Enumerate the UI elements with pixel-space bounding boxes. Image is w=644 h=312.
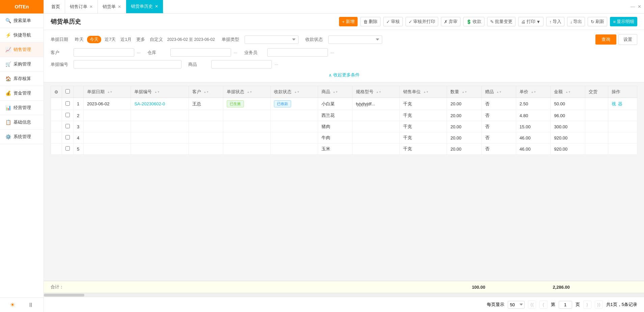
select-all-checkbox[interactable] bbox=[65, 89, 70, 94]
print-button[interactable]: 🖨 打印 ▼ bbox=[518, 17, 544, 26]
add-button[interactable]: + 新增 bbox=[339, 17, 358, 26]
doc-no-link-0[interactable]: SA-20230602-0 bbox=[134, 101, 165, 106]
warehouse-label: 仓库 bbox=[147, 50, 168, 56]
tab-home[interactable]: 首页 bbox=[47, 0, 65, 13]
warehouse-ref-icon[interactable]: ··· bbox=[234, 50, 237, 55]
audit-button[interactable]: ✓ 审核 bbox=[383, 17, 403, 26]
import-button[interactable]: ↑ 导入 bbox=[546, 17, 564, 26]
query-button[interactable]: 查询 bbox=[595, 34, 616, 45]
th-gift[interactable]: 赠品 ▲▼ bbox=[481, 86, 516, 98]
abandon-button[interactable]: ✗ 弃审 bbox=[441, 17, 460, 26]
shortcut-more[interactable]: 更多 bbox=[135, 36, 146, 43]
goods-ref-icon[interactable]: ··· bbox=[275, 62, 278, 67]
date-label: 单据日期 bbox=[51, 36, 71, 43]
purchase-icon: 🛒 bbox=[5, 61, 11, 67]
page-size-select[interactable]: 50 100 200 bbox=[508, 301, 525, 309]
batch-change-button[interactable]: ✎ 批量变更 bbox=[487, 17, 515, 26]
sidebar-item-sales-mgmt[interactable]: 📈 销售管理 bbox=[0, 43, 44, 57]
shortcut-week[interactable]: 近7天 bbox=[103, 36, 117, 43]
sort-icon-spec: ▲▼ bbox=[376, 90, 382, 94]
sidebar-item-ops-mgmt[interactable]: 📊 经营管理 bbox=[0, 101, 44, 115]
th-doc-no[interactable]: 单据编号 ▲▼ bbox=[131, 86, 189, 98]
row-checkbox-2[interactable] bbox=[65, 124, 70, 128]
horizontal-scroll[interactable] bbox=[44, 293, 644, 297]
page-prev-button[interactable]: ⟨ bbox=[539, 301, 548, 309]
shortcut-yesterday[interactable]: 昨天 bbox=[74, 36, 85, 43]
tab-sales-goods[interactable]: 销货单 ✕ bbox=[98, 0, 126, 13]
th-collect-status[interactable]: 收款状态 ▲▼ bbox=[271, 86, 318, 98]
row-checkbox-0[interactable] bbox=[65, 101, 70, 106]
row-checkbox-4[interactable] bbox=[65, 146, 70, 151]
th-spec[interactable]: 规格型号 ▲▼ bbox=[352, 86, 399, 98]
th-unit[interactable]: 销售单位 ▲▼ bbox=[400, 86, 447, 98]
sidebar-item-inventory-calc[interactable]: 🏠 库存核算 bbox=[0, 72, 44, 86]
th-settings[interactable]: ⚙ bbox=[51, 86, 62, 98]
collect-button[interactable]: 💲 收款 bbox=[463, 17, 484, 26]
chevron-up-icon: ∧ bbox=[329, 73, 332, 78]
action-view-0[interactable]: 视 bbox=[612, 101, 616, 106]
th-doc-date[interactable]: 单据日期 ▲▼ bbox=[84, 86, 131, 98]
th-goods[interactable]: 商品 ▲▼ bbox=[318, 86, 352, 98]
tab-sales-order[interactable]: 销售订单 ✕ bbox=[65, 0, 98, 13]
abandon-label: 弃审 bbox=[449, 19, 457, 25]
warehouse-input[interactable] bbox=[170, 48, 231, 57]
table-row: 2西兰花千克20.00否4.8096.00 bbox=[51, 110, 637, 121]
sidebar-item-finance-mgmt[interactable]: 💰 资金管理 bbox=[0, 86, 44, 101]
th-customer[interactable]: 客户 ▲▼ bbox=[189, 86, 223, 98]
show-detail-label: 显示明细 bbox=[617, 19, 634, 25]
sidebar-item-sys-mgmt[interactable]: ⚙️ 系统管理 bbox=[0, 130, 44, 144]
delete-button[interactable]: 🗑 删除 bbox=[360, 17, 381, 26]
row-checkbox-3[interactable] bbox=[65, 135, 70, 139]
delete-icon: 🗑 bbox=[363, 19, 368, 24]
tab-sales-goods-history[interactable]: 销货单历史 ✕ bbox=[126, 0, 163, 13]
refresh-button[interactable]: ↻ 刷新 bbox=[588, 17, 607, 26]
page-last-button[interactable]: ⟩⟩ bbox=[595, 301, 603, 309]
business-ref-icon[interactable]: ··· bbox=[331, 50, 334, 55]
page-input[interactable]: 1 bbox=[559, 301, 572, 309]
sidebar-collapse-icon[interactable]: ⏸ bbox=[28, 302, 34, 309]
audit-print-button[interactable]: ✓ 审核并打印 bbox=[405, 17, 438, 26]
tab-sales-order-close[interactable]: ✕ bbox=[89, 4, 93, 9]
table-footer: 合计： 100.00 2,286.00 bbox=[44, 281, 644, 293]
th-unit-price[interactable]: 单价 ▲▼ bbox=[516, 86, 551, 98]
goods-input[interactable] bbox=[211, 60, 272, 69]
shortcut-month[interactable]: 近1月 bbox=[119, 36, 133, 43]
th-doc-status[interactable]: 单据状态 ▲▼ bbox=[223, 86, 271, 98]
sidebar-item-quick-nav[interactable]: ⚡ 快捷导航 bbox=[0, 28, 44, 43]
print-label: 打印 bbox=[527, 19, 535, 25]
date-range: 2023-06-02 至 2023-06-02 bbox=[167, 37, 215, 43]
collapse-more-btn[interactable]: ∧ 收起更多条件 bbox=[51, 72, 637, 78]
pagination-bar: 每页显示 50 100 200 ⟨⟨ ⟨ 第 1 页 ⟩ ⟩⟩ 共1页，5条记录 bbox=[44, 297, 644, 312]
doc-no-input[interactable] bbox=[74, 60, 181, 69]
doc-type-select[interactable] bbox=[245, 35, 299, 44]
sidebar-item-basic-info[interactable]: 📋 基础信息 bbox=[0, 115, 44, 130]
sidebar-item-purchase-mgmt[interactable]: 🛒 采购管理 bbox=[0, 57, 44, 72]
import-icon: ↑ bbox=[549, 19, 552, 24]
customer-input[interactable] bbox=[74, 48, 134, 57]
window-minimize-icon[interactable]: — bbox=[631, 4, 635, 9]
settings-button[interactable]: 设置 bbox=[618, 34, 637, 45]
page-first-button[interactable]: ⟨⟨ bbox=[528, 301, 536, 309]
sort-icon-qty: ▲▼ bbox=[462, 90, 467, 94]
export-button[interactable]: ↓ 导出 bbox=[567, 17, 585, 26]
collect-status-select[interactable] bbox=[328, 35, 382, 44]
sidebar-item-search-menu[interactable]: 🔍 搜索菜单 bbox=[0, 14, 44, 28]
shortcut-today[interactable]: 今天 bbox=[87, 36, 101, 43]
batch-change-label: 批量变更 bbox=[495, 19, 512, 25]
sidebar-settings-icon[interactable]: ☀ bbox=[10, 301, 15, 309]
th-qty[interactable]: 数量 ▲▼ bbox=[447, 86, 481, 98]
customer-ref-icon[interactable]: ··· bbox=[137, 50, 141, 55]
business-input[interactable] bbox=[267, 48, 328, 57]
page-next-button[interactable]: ⟩ bbox=[583, 301, 591, 309]
page-area: 销货单历史 + 新增 🗑 删除 ✓ 审核 ✓ 审核并打印 bbox=[44, 14, 644, 312]
row-checkbox-1[interactable] bbox=[65, 113, 70, 117]
shortcut-custom[interactable]: 自定义 bbox=[148, 36, 164, 43]
tab-sales-goods-history-close[interactable]: ✕ bbox=[155, 4, 158, 9]
action-more-0[interactable]: 器 bbox=[618, 101, 622, 106]
tab-sales-goods-close[interactable]: ✕ bbox=[118, 4, 121, 9]
th-amount[interactable]: 金额 ▲▼ bbox=[551, 86, 585, 98]
window-close-icon[interactable]: ✕ bbox=[638, 4, 641, 9]
show-detail-button[interactable]: ≡ 显示明细 bbox=[610, 17, 637, 26]
scroll-thumb[interactable] bbox=[44, 294, 84, 296]
th-checkbox[interactable] bbox=[62, 86, 74, 98]
